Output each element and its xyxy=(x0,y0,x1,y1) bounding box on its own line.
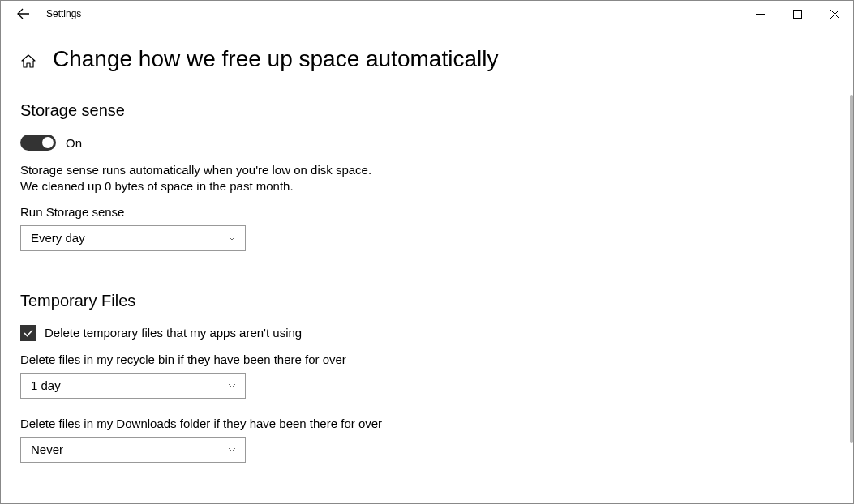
content-area: Storage sense On Storage sense runs auto… xyxy=(1,79,853,463)
window-controls xyxy=(741,1,853,27)
recycle-bin-select[interactable]: 1 day xyxy=(20,373,246,399)
storage-sense-desc-1: Storage sense runs automatically when yo… xyxy=(20,162,834,178)
page-header: Change how we free up space automaticall… xyxy=(1,27,853,79)
temporary-files-heading: Temporary Files xyxy=(20,292,834,310)
delete-temp-label: Delete temporary files that my apps aren… xyxy=(45,326,302,340)
delete-temp-checkbox[interactable] xyxy=(20,325,36,341)
run-storage-sense-label: Run Storage sense xyxy=(20,205,834,219)
back-arrow-icon xyxy=(17,7,30,20)
checkmark-icon xyxy=(23,327,34,339)
maximize-button[interactable] xyxy=(779,1,816,27)
run-storage-sense-select[interactable]: Every day xyxy=(20,225,246,251)
page-title: Change how we free up space automaticall… xyxy=(53,46,498,72)
recycle-bin-label: Delete files in my recycle bin if they h… xyxy=(20,352,834,366)
minimize-icon xyxy=(756,10,765,19)
back-button[interactable] xyxy=(7,1,40,27)
chevron-down-icon xyxy=(227,381,237,391)
home-icon[interactable] xyxy=(20,53,36,70)
toggle-knob xyxy=(42,137,54,148)
storage-sense-toggle-label: On xyxy=(66,136,82,150)
downloads-label: Delete files in my Downloads folder if t… xyxy=(20,416,834,430)
downloads-value: Never xyxy=(31,442,63,456)
close-icon xyxy=(830,10,839,19)
recycle-bin-value: 1 day xyxy=(31,378,61,392)
close-button[interactable] xyxy=(816,1,853,27)
chevron-down-icon xyxy=(227,233,237,243)
minimize-button[interactable] xyxy=(741,1,779,27)
titlebar: Settings xyxy=(1,1,853,27)
recycle-bin-field: Delete files in my recycle bin if they h… xyxy=(20,352,834,399)
storage-sense-heading: Storage sense xyxy=(20,101,834,120)
storage-sense-desc-2: We cleaned up 0 bytes of space in the pa… xyxy=(20,178,834,194)
storage-sense-toggle[interactable] xyxy=(20,135,56,151)
svg-rect-0 xyxy=(793,10,801,18)
downloads-field: Delete files in my Downloads folder if t… xyxy=(20,416,834,463)
run-storage-sense-value: Every day xyxy=(31,231,85,245)
scrollbar-track[interactable] xyxy=(848,27,853,503)
chevron-down-icon xyxy=(227,445,237,455)
window-title: Settings xyxy=(46,8,81,19)
storage-sense-toggle-row: On xyxy=(20,135,834,151)
delete-temp-checkbox-row: Delete temporary files that my apps aren… xyxy=(20,325,834,341)
downloads-select[interactable]: Never xyxy=(20,437,246,463)
maximize-icon xyxy=(793,10,802,19)
scrollbar-thumb[interactable] xyxy=(850,95,853,443)
